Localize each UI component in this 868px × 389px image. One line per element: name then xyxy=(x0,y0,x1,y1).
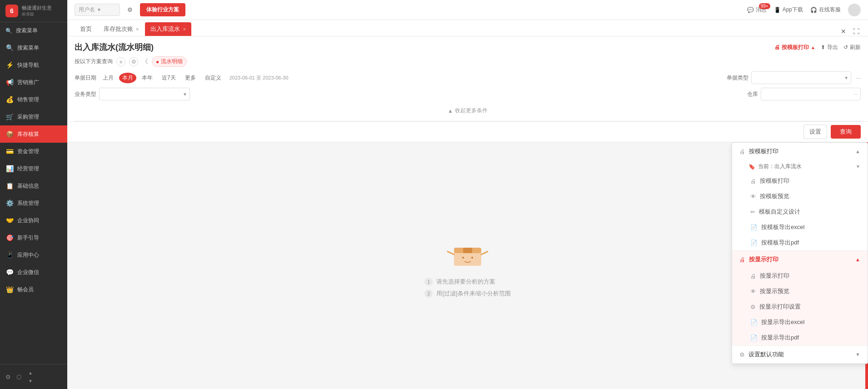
template-current[interactable]: 🔖 当前：出入库流水 ▼ xyxy=(732,160,868,173)
add-filter-button[interactable]: + xyxy=(116,57,125,66)
step-1-label: 请先选择要分析的方案 xyxy=(436,278,495,286)
window-controls: ✕ ⛶ xyxy=(839,27,861,36)
template-section-chevron: ▲ xyxy=(855,149,860,154)
display-export-pdf-item[interactable]: 📄 按显示导出pdf xyxy=(732,330,868,345)
step-1-num: 1 xyxy=(424,278,433,286)
sidebar-item-label: 经营管理 xyxy=(17,165,39,173)
system-icon: ⚙️ xyxy=(5,199,14,207)
collapse-filter-button[interactable]: 《 xyxy=(142,58,148,66)
app-download-button[interactable]: 📱 App下载 xyxy=(774,6,803,14)
settings-icon[interactable]: ⚙ xyxy=(124,4,136,16)
gear-icon[interactable]: ⚙ xyxy=(5,374,11,380)
sidebar-item-quick-nav[interactable]: ⚡快捷导航 xyxy=(0,56,67,74)
sidebar-item-label: 畅会员 xyxy=(17,286,34,294)
template-export-excel-item[interactable]: 📄 按模板导出excel xyxy=(732,219,868,235)
sidebar-item-finance[interactable]: 💳资金管理 xyxy=(0,143,67,160)
purchase-icon: 🛒 xyxy=(5,113,14,121)
sidebar-item-sales[interactable]: 💰销售管理 xyxy=(0,91,67,108)
business-type-filter: 业务类型 ▼ xyxy=(75,88,190,100)
template-export-excel-label: 按模板导出excel xyxy=(761,223,804,231)
business-type-label: 业务类型 xyxy=(75,90,96,98)
trial-button[interactable]: 体验行业方案 xyxy=(140,3,185,16)
window-close-button[interactable]: ✕ xyxy=(839,27,848,36)
search-icon: 🔍 xyxy=(5,28,12,34)
page-title: 出入库流水(流水明细) xyxy=(75,42,154,53)
voucher-type-filter: 单据类型 ▼ ··· xyxy=(727,71,861,84)
date-custom[interactable]: 自定义 xyxy=(201,73,225,83)
default-function-label: 设置默认功能 xyxy=(748,350,784,359)
sidebar-item-enterprise[interactable]: 🤝企业协同 xyxy=(0,212,67,229)
template-current-label: 当前：出入库流水 xyxy=(758,163,802,170)
template-custom-item[interactable]: ✏ 模板自定义设计 xyxy=(732,204,868,219)
logo-icon: 6 xyxy=(5,5,18,17)
sidebar-item-member[interactable]: 👑畅会员 xyxy=(0,281,67,298)
date-this-month[interactable]: 本月 xyxy=(119,73,136,83)
refresh-button[interactable]: ↺ 刷新 xyxy=(843,44,861,51)
messages-button[interactable]: 💬 消息 99+ xyxy=(747,6,767,14)
tab-batch-account[interactable]: 库存批次账 × xyxy=(98,22,144,36)
scroll-down[interactable]: ▼ xyxy=(27,377,34,384)
user-selector[interactable]: 用户名 ▼ xyxy=(75,4,120,16)
date-last-month[interactable]: 上月 xyxy=(99,73,117,83)
filter-settings-icon[interactable]: ⚙ xyxy=(129,57,138,66)
template-print-item-label: 按模板打印 xyxy=(760,177,789,185)
sidebar: 6 畅捷通好生意 标准版 🔍 搜索菜单 🔍搜索菜单⚡快捷导航📢营销推广💰销售管理… xyxy=(0,0,67,389)
guide-icon: 🎯 xyxy=(5,234,14,242)
page-title-row: 出入库流水(流水明细) 🖨 按模板打印 ▲ ⬆ 导出 ↺ 刷新 xyxy=(75,42,861,53)
marketing-icon: 📢 xyxy=(5,78,14,86)
tab-home[interactable]: 首页 xyxy=(75,22,97,36)
template-custom-item-label: 模板自定义设计 xyxy=(759,208,800,216)
voucher-type-select[interactable] xyxy=(751,71,851,84)
sidebar-scroll: ▲ ▼ xyxy=(27,369,34,384)
display-print-item[interactable]: 🖨 按显示打印 xyxy=(732,268,868,284)
filter-header: 按以下方案查询 + ⚙ 《 ● 流水明细 xyxy=(75,56,861,67)
warehouse-select[interactable] xyxy=(761,88,861,100)
collapse-more-button[interactable]: ▲ 收起更多条件 xyxy=(448,107,488,115)
export-button[interactable]: ⬆ 导出 xyxy=(821,44,838,51)
tabs-bar: 首页 库存批次账 × 出入库流水 × ✕ ⛶ xyxy=(67,20,868,36)
template-export-pdf-item[interactable]: 📄 按模板导出pdf xyxy=(732,235,868,250)
sidebar-collapse-icon[interactable]: ⬡ xyxy=(16,374,21,380)
query-button[interactable]: 查询 xyxy=(831,125,861,139)
display-print-settings-item[interactable]: ⚙ 按显示打印设置 xyxy=(732,299,868,314)
user-avatar[interactable] xyxy=(848,4,861,16)
sidebar-item-inventory[interactable]: 📦库存核算 xyxy=(0,125,67,143)
sidebar-item-basic-info[interactable]: 📋基础信息 xyxy=(0,177,67,194)
online-service-button[interactable]: 🎧 在线客服 xyxy=(810,6,841,14)
display-preview-item[interactable]: 👁 按显示预览 xyxy=(732,284,868,299)
sidebar-item-purchase[interactable]: 🛒采购管理 xyxy=(0,108,67,125)
tab-flow-close[interactable]: × xyxy=(183,26,185,32)
business-type-select[interactable] xyxy=(99,88,190,100)
voucher-type-more-icon[interactable]: ··· xyxy=(856,75,861,81)
sidebar-item-label: 库存核算 xyxy=(17,130,39,138)
wechat-icon: 💬 xyxy=(5,268,14,276)
filter-tag[interactable]: ● 流水明细 xyxy=(152,56,187,67)
tab-flow[interactable]: 出入库流水 × xyxy=(145,22,191,36)
window-maximize-button[interactable]: ⛶ xyxy=(852,27,861,36)
display-export-excel-item[interactable]: 📄 按显示导出excel xyxy=(732,314,868,330)
default-function-header[interactable]: ⚙ 设置默认功能 ▼ xyxy=(732,346,868,363)
template-preview-item[interactable]: 👁 按模板预览 xyxy=(732,189,868,204)
content-area: 1 请先选择要分析的方案 2 用[过滤]条件来缩小分析范围 🖨 按模板打印 ▲ xyxy=(67,142,868,389)
template-preview-item-label: 按模板预览 xyxy=(760,192,789,200)
date-7days[interactable]: 近7天 xyxy=(158,73,180,83)
sidebar-item-guide[interactable]: 🎯新手引导 xyxy=(0,229,67,246)
settings-button[interactable]: 设置 xyxy=(803,125,827,139)
template-print-item[interactable]: 🖨 按模板打印 xyxy=(732,173,868,189)
sidebar-item-apps[interactable]: 📱应用中心 xyxy=(0,246,67,264)
display-print-header[interactable]: 🖨 按显示打印 ▲ xyxy=(732,251,868,268)
sidebar-search[interactable]: 🔍 搜索菜单 xyxy=(0,22,67,39)
sidebar-item-marketing[interactable]: 📢营销推广 xyxy=(0,74,67,91)
filter-area: 按以下方案查询 + ⚙ 《 ● 流水明细 单据日期 上月 本月 本年 近7天 xyxy=(75,56,861,121)
template-print-button[interactable]: 🖨 按模板打印 ▲ xyxy=(774,44,815,51)
date-this-year[interactable]: 本年 xyxy=(138,73,156,83)
sidebar-item-wechat[interactable]: 💬企业微信 xyxy=(0,264,67,281)
sidebar-item-search[interactable]: 🔍搜索菜单 xyxy=(0,39,67,56)
finance-icon: 💳 xyxy=(5,147,14,155)
sidebar-item-operations[interactable]: 📊经营管理 xyxy=(0,160,67,177)
tab-batch-account-close[interactable]: × xyxy=(136,26,139,32)
scroll-up[interactable]: ▲ xyxy=(27,369,34,376)
date-more[interactable]: 更多 xyxy=(181,73,200,83)
display-preview-label: 按显示预览 xyxy=(760,287,789,295)
sidebar-item-system[interactable]: ⚙️系统管理 xyxy=(0,194,67,212)
